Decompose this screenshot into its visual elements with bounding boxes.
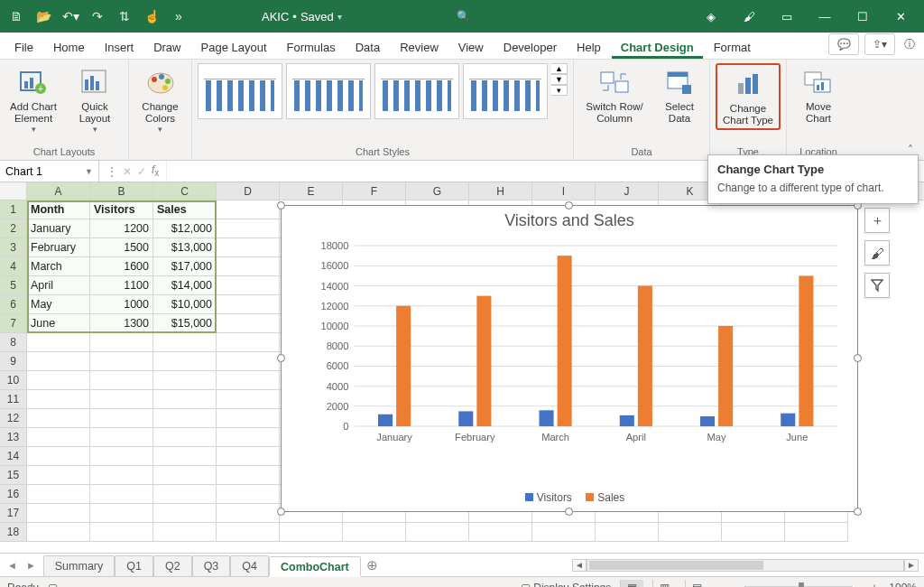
cell[interactable]	[90, 485, 153, 504]
display-settings-button[interactable]: ▢ Display Settings	[521, 582, 611, 588]
cell[interactable]: $10,000	[153, 295, 217, 314]
cell[interactable]: Visitors	[90, 200, 153, 219]
select-all-corner[interactable]	[0, 182, 27, 200]
row-header[interactable]: 4	[0, 257, 27, 276]
row-header[interactable]: 7	[0, 314, 27, 333]
tab-data[interactable]: Data	[346, 36, 389, 59]
cell[interactable]: January	[27, 219, 90, 238]
cell[interactable]	[153, 409, 217, 428]
chevron-down-icon[interactable]: ▼	[85, 167, 93, 176]
cell[interactable]	[27, 428, 90, 447]
sheet-tab-q1[interactable]: Q1	[115, 555, 153, 576]
column-header[interactable]: F	[343, 182, 406, 200]
add-chart-element-button[interactable]: + Add Chart Element▾	[5, 63, 61, 136]
tab-developer[interactable]: Developer	[494, 36, 566, 59]
cell[interactable]	[217, 466, 280, 485]
row-header[interactable]: 2	[0, 219, 27, 238]
embedded-chart[interactable]: Visitors and Sales 020004000600080001000…	[281, 205, 858, 512]
qat-overflow-icon[interactable]: »	[168, 5, 189, 27]
chart-plot-area[interactable]: 0200040006000800010000120001400016000180…	[312, 242, 841, 452]
chart-style-3[interactable]	[374, 63, 459, 119]
name-box[interactable]: Chart 1▼	[0, 161, 99, 182]
cell[interactable]	[153, 390, 217, 409]
chart-styles-button[interactable]: 🖌	[864, 240, 890, 266]
tab-page-layout[interactable]: Page Layout	[192, 36, 276, 59]
cell[interactable]: 1200	[90, 219, 153, 238]
cell[interactable]: Month	[27, 200, 90, 219]
sheet-tab-summary[interactable]: Summary	[43, 555, 115, 576]
cell[interactable]	[217, 314, 280, 333]
zoom-in-button[interactable]: ＋	[869, 580, 880, 587]
cell[interactable]: 1000	[90, 295, 153, 314]
close-button[interactable]: ✕	[882, 2, 919, 31]
cell[interactable]	[217, 390, 280, 409]
sheet-tab-q4[interactable]: Q4	[230, 555, 269, 576]
page-break-view-icon[interactable]: ▤	[685, 580, 708, 588]
ribbon-display-icon[interactable]: ▭	[769, 2, 805, 31]
cell[interactable]	[90, 333, 153, 352]
row-header[interactable]: 14	[0, 447, 27, 466]
cell[interactable]	[153, 333, 217, 352]
sheet-tab-q3[interactable]: Q3	[192, 555, 231, 576]
column-header[interactable]: I	[532, 182, 596, 200]
cell[interactable]	[343, 523, 406, 542]
share-button[interactable]: ⇪▾	[864, 33, 895, 55]
tab-format[interactable]: Format	[705, 36, 760, 59]
cell[interactable]: $14,000	[153, 276, 217, 295]
cell[interactable]	[217, 257, 280, 276]
cell[interactable]	[90, 523, 153, 542]
sort-icon[interactable]: ⇅	[114, 5, 135, 27]
zoom-out-button[interactable]: —	[717, 582, 728, 588]
cell[interactable]	[469, 523, 532, 542]
redo-icon[interactable]: ↷	[87, 5, 108, 27]
row-header[interactable]: 1	[0, 200, 27, 219]
help-icon[interactable]: ⓘ	[901, 33, 919, 55]
horizontal-scrollbar[interactable]: ◄ ►	[572, 554, 924, 576]
column-header[interactable]: D	[217, 182, 280, 200]
cell[interactable]	[90, 371, 153, 390]
cell[interactable]	[217, 333, 280, 352]
maximize-button[interactable]: ☐	[845, 2, 881, 31]
cell[interactable]	[217, 352, 280, 371]
scroll-thumb[interactable]	[589, 561, 763, 570]
column-header[interactable]: C	[153, 182, 217, 200]
scroll-left-icon[interactable]: ◄	[572, 559, 587, 572]
cell[interactable]: $13,000	[153, 238, 217, 257]
cell[interactable]	[217, 295, 280, 314]
cell[interactable]	[153, 504, 217, 523]
chart-elements-button[interactable]: ＋	[864, 208, 890, 233]
cell[interactable]	[153, 352, 217, 371]
change-chart-type-button[interactable]: Change Chart Type	[716, 63, 781, 130]
row-header[interactable]: 15	[0, 466, 27, 485]
column-header[interactable]: B	[90, 182, 153, 200]
cell[interactable]	[90, 390, 153, 409]
cell[interactable]: April	[27, 276, 90, 295]
cell[interactable]: $15,000	[153, 314, 217, 333]
switch-row-column-button[interactable]: Switch Row/ Column	[579, 63, 650, 126]
tab-view[interactable]: View	[449, 36, 493, 59]
sheet-tab-combochart[interactable]: ComboChart	[269, 556, 361, 577]
cell[interactable]	[280, 523, 343, 542]
macro-record-icon[interactable]: ▢	[48, 582, 58, 588]
cell[interactable]: $17,000	[153, 257, 217, 276]
zoom-level[interactable]: 100%	[889, 582, 917, 588]
cell[interactable]	[217, 485, 280, 504]
column-header[interactable]: J	[596, 182, 659, 200]
row-header[interactable]: 5	[0, 276, 27, 295]
touch-mode-icon[interactable]: ☝	[141, 5, 162, 27]
premium-icon[interactable]: ◈	[693, 2, 729, 31]
cell[interactable]	[153, 466, 217, 485]
cell[interactable]	[217, 371, 280, 390]
cell[interactable]	[27, 447, 90, 466]
change-colors-button[interactable]: Change Colors▾	[134, 63, 186, 136]
cell[interactable]	[406, 523, 469, 542]
cell[interactable]	[217, 447, 280, 466]
row-header[interactable]: 17	[0, 504, 27, 523]
cell[interactable]	[217, 219, 280, 238]
cell[interactable]	[27, 466, 90, 485]
tab-file[interactable]: File	[5, 36, 42, 59]
styles-expand-icon[interactable]: ▾	[551, 85, 568, 96]
cell[interactable]	[27, 390, 90, 409]
tab-insert[interactable]: Insert	[96, 36, 143, 59]
page-layout-view-icon[interactable]: ▥	[652, 580, 676, 588]
